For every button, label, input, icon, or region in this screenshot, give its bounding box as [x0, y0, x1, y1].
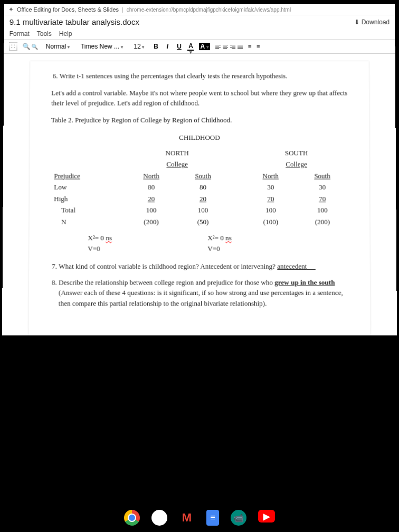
col-south-2: South [297, 170, 348, 182]
cell: (100) [245, 216, 297, 227]
col-north-2: North [245, 170, 297, 182]
title-bar: 9.1 multivariate tabular analysis.docx ⬇… [4, 15, 395, 28]
extension-name: Office Editing for Docs, Sheets & Slides [17, 6, 119, 13]
page-setup-icon[interactable]: ⸬ [9, 42, 17, 51]
question-7: What kind of control variable is childho… [59, 261, 348, 272]
cell: 20 [177, 193, 229, 205]
menu-help[interactable]: Help [59, 30, 72, 37]
docs-icon[interactable]: ≡ [206, 510, 219, 526]
menu-tools[interactable]: Tools [37, 30, 52, 37]
cell: 70 [297, 193, 348, 205]
download-label: Download [362, 18, 390, 25]
numbered-list-icon[interactable]: ≡ [248, 43, 251, 50]
italic-button[interactable]: I [164, 43, 170, 50]
table-2-caption: Table 2. Prejudice by Region of College … [51, 115, 348, 125]
col-north-1: North [126, 170, 177, 182]
cell: (200) [125, 216, 177, 227]
row-header-prejudice: Prejudice [51, 170, 125, 182]
extension-puzzle-icon: ✦ [8, 6, 14, 13]
youtube-icon[interactable]: ▶ [258, 510, 275, 522]
row-total: Total [51, 204, 126, 216]
menu-format[interactable]: Format [10, 30, 30, 37]
cell: 30 [297, 182, 348, 193]
url-text: chrome-extension://bpmcpldpdmajfigpchkic… [127, 6, 291, 12]
zoom-in-icon[interactable]: 🔍 [22, 43, 30, 50]
zoom-controls: 🔍 🔍 [22, 43, 37, 50]
download-icon: ⬇ [354, 18, 359, 25]
formatting-toolbar: ⸬ 🔍 🔍 Normal Times New ... 12 B I U A A … [4, 40, 395, 54]
cell: 100 [245, 204, 297, 216]
stats-row: X²= 0 ns V=0 X²= 0 ns V=0 [88, 233, 348, 254]
cell: 70 [245, 193, 297, 205]
control-variable-paragraph: Let's add a control variable. Maybe it's… [51, 88, 348, 108]
style-select[interactable]: Normal [43, 42, 73, 51]
chi-square-1: X²= 0 ns [88, 233, 112, 243]
taskbar: ▶ M ≡ 📹 ▶ [0, 507, 399, 529]
cramers-v-2: V=0 [207, 243, 232, 254]
download-button[interactable]: ⬇ Download [354, 18, 390, 25]
question-8: Describe the relationship between colleg… [59, 277, 349, 309]
font-select[interactable]: Times New ... [78, 42, 126, 51]
app-window: ✦ Office Editing for Docs, Sheets & Slid… [2, 4, 397, 335]
cell: 100 [126, 204, 177, 216]
text-color-button[interactable]: A [187, 42, 194, 51]
cell: 30 [245, 182, 297, 193]
chi-square-2: X²= 0 ns [207, 233, 232, 243]
align-center-icon[interactable] [223, 45, 228, 49]
align-left-icon[interactable] [215, 45, 221, 49]
cell: 80 [126, 182, 177, 193]
browser-tab-bar: ✦ Office Editing for Docs, Sheets & Slid… [4, 4, 395, 15]
underline-button[interactable]: U [176, 43, 182, 50]
highlight-button[interactable]: A [199, 43, 210, 50]
meet-icon[interactable]: 📹 [231, 510, 246, 526]
font-size-select[interactable]: 12 [131, 42, 147, 51]
cramers-v-1: V=0 [88, 243, 112, 254]
document-title: 9.1 multivariate tabular analysis.docx [10, 17, 139, 26]
cell: 100 [177, 204, 229, 216]
college-label-2: College [245, 158, 348, 170]
cell: 20 [126, 193, 177, 205]
bold-button[interactable]: B [153, 43, 159, 50]
row-low: Low [51, 182, 125, 193]
row-n: N [51, 216, 126, 227]
cell: (50) [177, 216, 229, 227]
document-page[interactable]: Write t-1 sentences using the percentage… [28, 61, 370, 335]
gmail-icon[interactable]: M [179, 510, 195, 526]
col-south-1: South [177, 170, 229, 182]
group-south: SOUTH [245, 147, 348, 159]
menu-bar: Format Tools Help [4, 28, 395, 40]
childhood-header: CHILDHOOD [51, 132, 348, 143]
college-label-1: College [126, 158, 229, 170]
row-high: High [51, 193, 125, 205]
bullet-list-icon[interactable]: ≡ [256, 43, 260, 50]
zoom-out-icon[interactable]: 🔍 [32, 44, 38, 50]
align-buttons [215, 45, 243, 49]
align-justify-icon[interactable] [238, 45, 243, 49]
align-right-icon[interactable] [230, 45, 235, 49]
prejudice-table: NORTH SOUTH College College Prejudice No… [51, 147, 348, 227]
cell: 100 [297, 204, 348, 216]
group-north: NORTH [126, 147, 229, 159]
cell: 80 [177, 182, 229, 193]
cell: (200) [297, 216, 348, 227]
question-6: Write t-1 sentences using the percentage… [60, 71, 348, 81]
chrome-icon[interactable] [124, 510, 140, 526]
play-store-icon[interactable]: ▶ [151, 510, 167, 526]
